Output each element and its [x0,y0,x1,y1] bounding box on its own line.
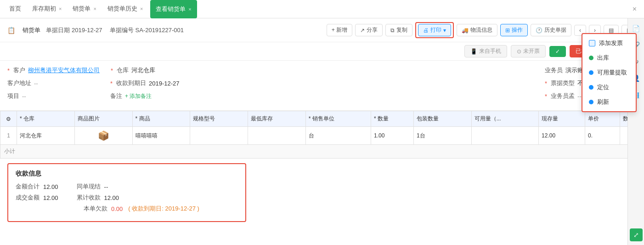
doc-number-field: 单据编号 SA-20191227-001 [110,26,184,34]
product-table: ⚙ * 仓库 商品图片 * 商品 规格型号 最低库存 * 销售单位 * 数量 包… [0,111,644,159]
doc-meta: 单据日期 2019-12-27 单据编号 SA-20191227-001 [46,26,184,34]
doc-date-field: 单据日期 2019-12-27 [46,26,102,34]
due-date-field: * 收款到期日 2019-12-27 [110,79,202,87]
dropdown-outbound[interactable]: 出库 [582,51,636,65]
from-phone-button[interactable]: 📱 来自手机 [464,45,507,57]
doc-number-value: SA-20191227-001 [136,27,184,34]
check-button[interactable]: ✓ [549,46,566,57]
product-image-icon: 📦 [98,131,109,141]
same-order-settle-item: 同单现结 -- [77,182,108,191]
customer-field: * 客户 柳州粤港平安气体有限公司 [7,66,100,74]
total-amount-item: 金额合计 12.00 [16,182,58,191]
address-field: 客户地址 -- [7,79,99,87]
project-field: 项目 -- [7,92,99,100]
history-icon: 🕐 [536,27,542,34]
form-row-1: * 客户 柳州粤港平安气体有限公司 * 仓库 河北仓库 业务员 演示账号 [7,66,637,74]
subtotal-label: 小计 [0,145,644,159]
col-pack-qty: 包装数量 [413,111,471,127]
tab-view-sales[interactable]: 查看销货单 × [150,0,197,18]
row-warehouse: 河北仓库 [17,127,75,145]
this-order-due-item: 本单欠款 0.00 ( 收款到期日: 2019-12-27 ) [84,205,199,213]
outbound-dot-icon [589,56,593,60]
col-quantity: * 数量 [371,111,414,127]
add-note-button[interactable]: + 添加备注 [125,92,152,100]
close-inventory-init-tab[interactable]: × [59,6,62,11]
tab-bar-close-button[interactable]: × [629,5,640,13]
operate-button[interactable]: ⊞ 操作 [500,24,528,36]
table-row: 1 河北仓库 📦 嘻嘻嘻嘻 台 1.00 1台 12.00 0. [0,127,644,145]
tab-bar: 首页 库存期初 × 销货单 × 销货单历史 × 查看销货单 × × [0,0,644,18]
phone-icon: 📱 [470,48,477,55]
not-open-button[interactable]: ⊙ 未开票 [511,45,546,57]
form-row-3: 项目 -- 备注 + 添加备注 * 业务员孟 -- [7,92,637,100]
print-icon: 🖨 [423,27,429,34]
col-unit-price: 单价 [585,111,620,127]
cumulative-receipt-value: 12.00 [104,194,119,201]
transaction-amount-value: 12.00 [43,194,58,201]
col-gear: ⚙ [0,111,17,127]
print-dropdown-arrow[interactable]: ▾ [443,27,446,34]
row-pack-qty: 1台 [413,127,471,145]
copy-button[interactable]: ⧉ 复制 [385,24,412,36]
project-value: -- [22,93,26,100]
transaction-amount-item: 成交金额 12.00 [16,194,58,202]
sidebar-expand-icon[interactable]: ⤢ [630,228,643,241]
dropdown-add-invoice[interactable]: 添加发票 [582,36,636,51]
check-icon: ✓ [555,48,560,55]
tab-home[interactable]: 首页 [4,0,27,18]
refresh-label: 刷新 [597,98,609,106]
cumulative-receipt-item: 累计收款 12.00 [77,194,119,202]
close-view-sales-tab[interactable]: × [188,6,191,12]
print-highlight-box: 🖨 打印 ▾ [415,22,454,38]
logistics-button[interactable]: 🚚 物流信息 [457,24,497,36]
tab-sales-order[interactable]: 销货单 × [67,0,102,18]
tab-sales-history[interactable]: 销货单历史 × [102,0,148,18]
doc-date-value: 2019-12-27 [72,27,102,34]
dropdown-refresh[interactable]: 刷新 [582,95,636,109]
col-image: 商品图片 [74,111,132,127]
dropdown-locate[interactable]: 定位 [582,80,636,95]
new-button[interactable]: + 新增 [327,24,352,36]
subtotal-row: 小计 [0,145,644,159]
doc-icon: 📋 [7,27,15,34]
salesperson-value: -- [577,93,582,100]
col-product: * 商品 [132,111,190,127]
locate-dot-icon [589,85,593,90]
table-header-row: ⚙ * 仓库 商品图片 * 商品 规格型号 最低库存 * 销售单位 * 数量 包… [0,111,644,127]
tab-inventory-init[interactable]: 库存期初 × [27,0,67,18]
refresh-dot-icon [589,100,593,104]
dropdown-available-qty[interactable]: 可用量提取 [582,65,636,80]
outbound-label: 出库 [597,54,609,62]
same-order-settle-value: -- [104,183,108,190]
doc-title-area: 📋 销货单 单据日期 2019-12-27 单据编号 SA-20191227-0… [7,26,184,34]
add-invoice-label: 添加发票 [599,39,623,47]
logistics-icon: 🚚 [462,27,469,34]
add-invoice-icon [589,40,595,46]
col-min-stock: 最低库存 [248,111,306,127]
copy-icon: ⧉ [390,27,395,34]
row-num: 1 [0,127,17,145]
form-area: * 客户 柳州粤港平安气体有限公司 * 仓库 河北仓库 业务员 演示账号 客户地… [0,61,644,111]
locate-label: 定位 [597,83,609,91]
col-spec: 规格型号 [190,111,248,127]
close-sales-history-tab[interactable]: × [140,6,143,11]
share-button[interactable]: ↗ 分享 [355,24,383,36]
doc-date-label: 单据日期 [46,26,70,34]
row-avail-qty [471,127,538,145]
doc-header: 📋 销货单 单据日期 2019-12-27 单据编号 SA-20191227-0… [0,18,644,42]
close-sales-order-tab[interactable]: × [93,6,96,11]
history-button[interactable]: 🕐 历史单据 [531,24,571,36]
row-quantity: 1.00 [371,127,414,145]
operate-icon: ⊞ [505,27,510,34]
available-qty-label: 可用量提取 [597,68,627,77]
row-sales-unit: 台 [305,127,371,145]
warehouse-value: 河北仓库 [131,66,155,74]
customer-value[interactable]: 柳州粤港平安气体有限公司 [28,66,100,74]
row-spec [190,127,248,145]
circle-icon: ⊙ [517,48,521,55]
row-image: 📦 [74,127,132,145]
print-button[interactable]: 🖨 打印 ▾ [418,24,451,36]
payment-info-box: 收款信息 金额合计 12.00 同单现结 -- 成交金额 12.00 累计收款 … [7,163,246,222]
row-min-stock [248,127,306,145]
total-amount-value: 12.00 [43,183,58,190]
